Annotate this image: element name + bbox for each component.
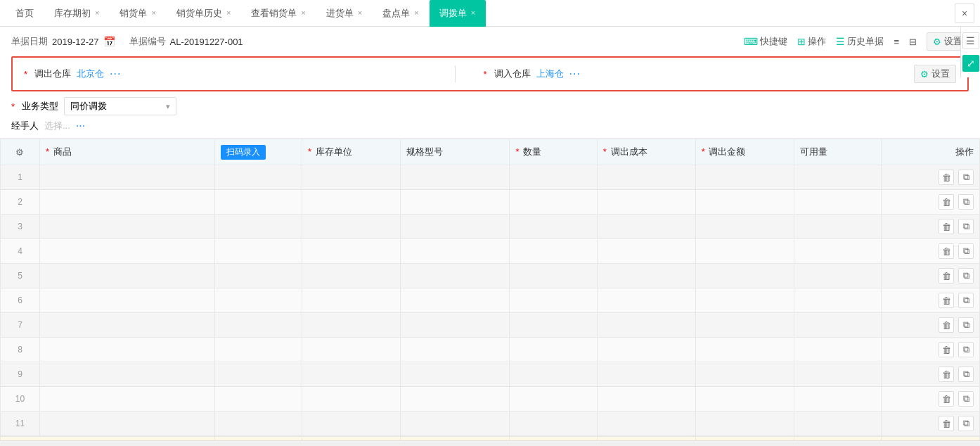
sidebar-list-icon[interactable]: ☰ <box>962 32 979 49</box>
row-unit-7[interactable] <box>302 313 401 338</box>
row-goods-2[interactable] <box>39 190 214 215</box>
tab-stock-init-close[interactable]: × <box>95 9 99 17</box>
row-cost-7[interactable] <box>597 313 695 338</box>
row-cost-11[interactable] <box>597 412 695 437</box>
row-spec-6[interactable] <box>401 288 510 313</box>
row-amount-8[interactable] <box>695 338 794 362</box>
row-goods-6[interactable] <box>39 288 214 313</box>
calendar-icon[interactable]: 📅 <box>103 36 115 47</box>
transfer-out-more[interactable]: ··· <box>110 68 121 80</box>
row-spec-10[interactable] <box>401 387 510 412</box>
row-spec-7[interactable] <box>401 313 510 338</box>
transfer-out-value[interactable]: 北京仓 <box>77 68 104 80</box>
row-amount-6[interactable] <box>695 288 794 313</box>
row-amount-2[interactable] <box>695 190 794 215</box>
tab-inventory[interactable]: 盘点单 × <box>373 0 429 27</box>
row-unit-2[interactable] <box>302 190 401 215</box>
row-amount-3[interactable] <box>695 215 794 239</box>
row-goods-10[interactable] <box>39 387 214 412</box>
row-delete-3[interactable]: 🗑 <box>939 219 954 234</box>
row-unit-11[interactable] <box>302 412 401 437</box>
row-unit-1[interactable] <box>302 165 401 190</box>
sidebar-expand-icon[interactable]: ⤢ <box>962 55 979 72</box>
history-button[interactable]: ☰ 历史单据 <box>836 35 884 48</box>
warehouse-settings-button[interactable]: ⚙ 设置 <box>914 65 956 83</box>
row-cost-2[interactable] <box>597 190 695 215</box>
row-delete-4[interactable]: 🗑 <box>939 243 954 259</box>
row-copy-5[interactable]: ⧉ <box>958 268 974 283</box>
tab-sales-order-close[interactable]: × <box>151 9 155 17</box>
tab-stock-init[interactable]: 库存期初 × <box>44 0 110 27</box>
row-copy-10[interactable]: ⧉ <box>958 391 974 407</box>
row-amount-10[interactable] <box>695 387 794 412</box>
row-amount-11[interactable] <box>695 412 794 437</box>
row-copy-11[interactable]: ⧉ <box>958 416 974 431</box>
row-unit-9[interactable] <box>302 362 401 387</box>
row-amount-5[interactable] <box>695 264 794 288</box>
row-delete-8[interactable]: 🗑 <box>939 342 954 357</box>
tab-sales-history-close[interactable]: × <box>226 9 231 17</box>
row-cost-6[interactable] <box>597 288 695 313</box>
row-unit-3[interactable] <box>302 215 401 239</box>
row-spec-4[interactable] <box>401 239 510 264</box>
row-goods-1[interactable] <box>39 165 214 190</box>
row-copy-1[interactable]: ⧉ <box>958 170 974 185</box>
row-goods-9[interactable] <box>39 362 214 387</box>
row-qty-11[interactable] <box>510 412 597 437</box>
scan-button[interactable]: 扫码录入 <box>221 145 266 160</box>
transfer-in-value[interactable]: 上海仓 <box>536 68 564 80</box>
row-goods-8[interactable] <box>39 338 214 362</box>
row-spec-5[interactable] <box>401 264 510 288</box>
row-unit-5[interactable] <box>302 264 401 288</box>
row-qty-9[interactable] <box>510 362 597 387</box>
row-spec-2[interactable] <box>401 190 510 215</box>
row-delete-2[interactable]: 🗑 <box>939 194 954 210</box>
row-spec-3[interactable] <box>401 215 510 239</box>
row-qty-10[interactable] <box>510 387 597 412</box>
row-cost-3[interactable] <box>597 215 695 239</box>
row-cost-10[interactable] <box>597 387 695 412</box>
row-cost-1[interactable] <box>597 165 695 190</box>
horizontal-scrollbar[interactable] <box>0 440 980 446</box>
row-qty-7[interactable] <box>510 313 597 338</box>
row-copy-7[interactable]: ⧉ <box>958 317 974 333</box>
row-qty-3[interactable] <box>510 215 597 239</box>
view-toggle-1[interactable]: ≡ <box>894 37 899 47</box>
row-qty-5[interactable] <box>510 264 597 288</box>
row-goods-3[interactable] <box>39 215 214 239</box>
row-cost-5[interactable] <box>597 264 695 288</box>
row-amount-9[interactable] <box>695 362 794 387</box>
transfer-in-more[interactable]: ··· <box>569 68 581 80</box>
row-copy-9[interactable]: ⧉ <box>958 367 974 382</box>
col-settings-header[interactable]: ⚙ <box>1 139 40 165</box>
row-cost-9[interactable] <box>597 362 695 387</box>
view-toggle-2[interactable]: ⊟ <box>909 37 917 47</box>
row-goods-11[interactable] <box>39 412 214 437</box>
tab-transfer-close[interactable]: × <box>471 9 475 17</box>
row-qty-8[interactable] <box>510 338 597 362</box>
tab-view-sales-close[interactable]: × <box>301 9 305 17</box>
row-goods-7[interactable] <box>39 313 214 338</box>
row-copy-6[interactable]: ⧉ <box>958 293 974 308</box>
tab-purchase-close[interactable]: × <box>358 9 362 17</box>
row-qty-6[interactable] <box>510 288 597 313</box>
row-delete-6[interactable]: 🗑 <box>939 293 954 308</box>
row-amount-7[interactable] <box>695 313 794 338</box>
tab-inventory-close[interactable]: × <box>414 9 418 17</box>
row-copy-3[interactable]: ⧉ <box>958 219 974 234</box>
tab-view-sales[interactable]: 查看销货单 × <box>241 0 316 27</box>
row-qty-1[interactable] <box>510 165 597 190</box>
operations-button[interactable]: ⊞ 操作 <box>797 35 826 48</box>
row-unit-10[interactable] <box>302 387 401 412</box>
row-delete-1[interactable]: 🗑 <box>939 170 954 185</box>
row-delete-11[interactable]: 🗑 <box>939 416 954 431</box>
row-cost-4[interactable] <box>597 239 695 264</box>
tab-sales-order[interactable]: 销货单 × <box>110 0 166 27</box>
row-amount-4[interactable] <box>695 239 794 264</box>
row-copy-2[interactable]: ⧉ <box>958 194 974 210</box>
col-settings-icon[interactable]: ⚙ <box>12 144 27 160</box>
row-goods-4[interactable] <box>39 239 214 264</box>
tab-sales-history[interactable]: 销货单历史 × <box>167 0 241 27</box>
window-close-button[interactable]: × <box>955 4 974 23</box>
row-delete-5[interactable]: 🗑 <box>939 268 954 283</box>
